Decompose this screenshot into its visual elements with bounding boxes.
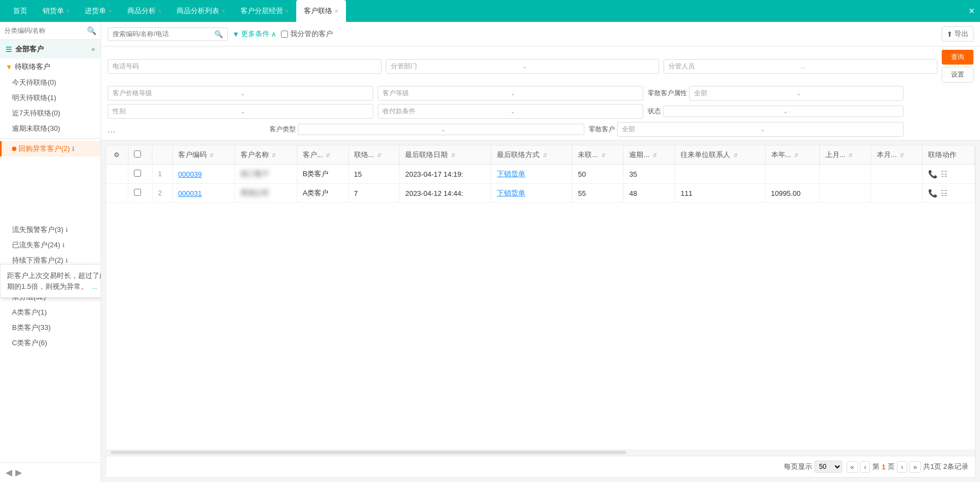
filter-phone[interactable]: 电话号码 (108, 59, 382, 74)
sidebar-search-input[interactable] (4, 27, 87, 34)
th-code[interactable]: 客户编码 ⇵ (172, 146, 234, 165)
horizontal-scrollbar[interactable] (106, 449, 975, 456)
nav-analysis[interactable]: 商品分析× (120, 0, 169, 22)
nav-close-customer-layered[interactable]: × (285, 8, 289, 14)
row1-more-icon[interactable]: ☷ (941, 170, 948, 178)
nav-home[interactable]: 首页 (5, 0, 35, 22)
close-all-tabs[interactable]: × (969, 5, 975, 17)
sidebar-next-icon[interactable]: ▶ (15, 467, 22, 478)
filter-gender[interactable]: 性别 ⌄ (108, 104, 373, 119)
row2-contact-icon[interactable]: 📞 (928, 189, 937, 198)
th-this-year-sort[interactable]: ⇵ (794, 152, 799, 158)
sidebar-all-customers[interactable]: ☰ 全部客户 « (0, 40, 101, 59)
sidebar-item-lost[interactable]: 已流失客户(24) ℹ (0, 237, 101, 253)
th-last-contact-method[interactable]: 最后联络方式 ⇵ (491, 146, 572, 165)
th-name[interactable]: 客户名称 ⇵ (234, 146, 297, 165)
tooltip-more[interactable]: ... (92, 283, 97, 290)
row1-checkbox[interactable] (134, 170, 141, 177)
scrollbar-thumb[interactable] (110, 451, 626, 454)
info-icon-lost[interactable]: ℹ (62, 242, 64, 249)
nav-analysis-list[interactable]: 商品分析列表× (169, 0, 232, 22)
th-this-month-sort[interactable]: ⇵ (900, 152, 904, 158)
row1-method-link[interactable]: 下销货单 (497, 170, 525, 178)
last-page-btn[interactable]: » (909, 461, 921, 473)
th-last-date-sort[interactable]: ⇵ (451, 152, 455, 158)
sidebar-item-today[interactable]: 今天待联络(0) (0, 75, 101, 90)
sidebar-item-c-class[interactable]: C类客户(6) (0, 335, 101, 351)
filter-price-level[interactable]: 客户价格等级 ⌄ (108, 86, 373, 101)
filter-customer-type[interactable]: ⌄ (298, 124, 584, 135)
nav-close-analysis-list[interactable]: × (221, 8, 225, 14)
export-btn[interactable]: ⬆ 导出 (942, 26, 973, 42)
nav-customer-contact[interactable]: 客户联络× (296, 0, 345, 22)
query-btn[interactable]: 查询 (942, 50, 973, 65)
table-scroll[interactable]: ⚙ 客户编码 ⇵ 客户名称 ⇵ (106, 146, 975, 449)
sidebar-item-loss-warning[interactable]: 流失预警客户(3) ℹ (0, 222, 101, 237)
sidebar-item-overdue[interactable]: 逾期未联络(30) (0, 121, 101, 136)
th-overdue[interactable]: 逾期... ⇵ (624, 146, 675, 165)
row1-contact-icon[interactable]: 📞 (928, 170, 937, 178)
first-page-btn[interactable]: « (847, 461, 858, 473)
sidebar-item-b-class[interactable]: B类客户(33) (0, 320, 101, 335)
th-last-method-sort[interactable]: ⇵ (543, 152, 547, 158)
filter-status[interactable]: ⌄ (663, 106, 903, 117)
row2-checkbox[interactable] (134, 189, 141, 196)
next-page-btn[interactable]: › (897, 461, 907, 473)
sidebar-item-repurchase-anomaly[interactable]: 回购异常客户(2) ℹ (0, 141, 101, 156)
th-name-sort[interactable]: ⇵ (272, 152, 276, 158)
th-code-sort[interactable]: ⇵ (209, 152, 214, 158)
per-page-select[interactable]: 50 20 100 (814, 461, 842, 473)
search-input[interactable] (113, 30, 214, 38)
settings-btn[interactable]: 设置 (942, 67, 973, 83)
nav-close-purchase[interactable]: × (108, 8, 112, 14)
more-conditions-btn[interactable]: ▼ 更多条件 ∧ (232, 29, 277, 39)
filter-dept[interactable]: 分管部门 ⌄ (386, 59, 660, 74)
filter-retail-attr[interactable]: 全部 ⌄ (689, 86, 903, 101)
sidebar-item-tomorrow[interactable]: 明天待联络(1) (0, 90, 101, 106)
row2-code-link[interactable]: 000031 (178, 189, 202, 198)
th-contact-person[interactable]: 往来单位联系人 ⇵ (675, 146, 765, 165)
filter-more-icon[interactable]: ... (108, 125, 115, 135)
filter-payment[interactable]: 收付款条件 ⌄ (378, 104, 643, 119)
sidebar-prev-icon[interactable]: ◀ (5, 467, 12, 478)
th-uncontacted[interactable]: 未联... ⇵ (572, 146, 624, 165)
my-customers-checkbox[interactable] (281, 31, 288, 38)
th-contact-person-sort[interactable]: ⇵ (733, 152, 738, 158)
sidebar-collapse-icon[interactable]: « (91, 45, 95, 53)
th-contact-count-sort[interactable]: ⇵ (377, 152, 382, 158)
row2-method-link[interactable]: 下销货单 (497, 189, 525, 197)
sidebar-item-7days[interactable]: 近7天待联络(0) (0, 106, 101, 121)
nav-close-customer-contact[interactable]: × (335, 8, 338, 14)
th-last-month-sort[interactable]: ⇵ (848, 152, 853, 158)
filter-customer-level[interactable]: 客户等级 ⌄ (378, 86, 643, 101)
sidebar-group-pending[interactable]: ▼ 待联络客户 (0, 59, 101, 75)
info-icon-loss[interactable]: ℹ (66, 227, 68, 234)
info-icon-declining[interactable]: ℹ (66, 257, 68, 264)
nav-sales[interactable]: 销货单× (35, 0, 77, 22)
th-last-month[interactable]: 上月... ⇵ (819, 146, 871, 165)
td-code-1[interactable]: 000039 (172, 165, 234, 184)
sidebar-item-a-class[interactable]: A类客户(1) (0, 305, 101, 320)
th-contact-count[interactable]: 联络... ⇵ (348, 146, 400, 165)
row1-code-link[interactable]: 000039 (178, 170, 202, 178)
filter-retail-customer[interactable]: 全部 ⌄ (617, 122, 903, 137)
th-this-year[interactable]: 本年... ⇵ (765, 146, 819, 165)
th-last-contact-date[interactable]: 最后联络日期 ⇵ (400, 146, 491, 165)
sidebar-search-icon[interactable]: 🔍 (87, 26, 96, 35)
th-overdue-sort[interactable]: ⇵ (653, 152, 657, 158)
th-level[interactable]: 客户... ⇵ (297, 146, 348, 165)
nav-close-sales[interactable]: × (66, 8, 69, 14)
row2-more-icon[interactable]: ☷ (941, 189, 948, 198)
th-uncontacted-sort[interactable]: ⇵ (601, 152, 606, 158)
prev-page-btn[interactable]: ‹ (860, 461, 870, 473)
search-icon[interactable]: 🔍 (214, 30, 223, 38)
select-all-checkbox[interactable] (134, 150, 141, 158)
nav-purchase[interactable]: 进货单× (77, 0, 119, 22)
th-this-month[interactable]: 本月... ⇵ (871, 146, 922, 165)
filter-person[interactable]: 分管人员 ... (664, 59, 937, 74)
th-level-sort[interactable]: ⇵ (326, 152, 330, 158)
info-icon-repurchase[interactable]: ℹ (72, 146, 74, 153)
nav-customer-layered[interactable]: 客户分层经营× (233, 0, 296, 22)
nav-close-analysis[interactable]: × (158, 8, 161, 14)
td-code-2[interactable]: 000031 (172, 184, 234, 203)
